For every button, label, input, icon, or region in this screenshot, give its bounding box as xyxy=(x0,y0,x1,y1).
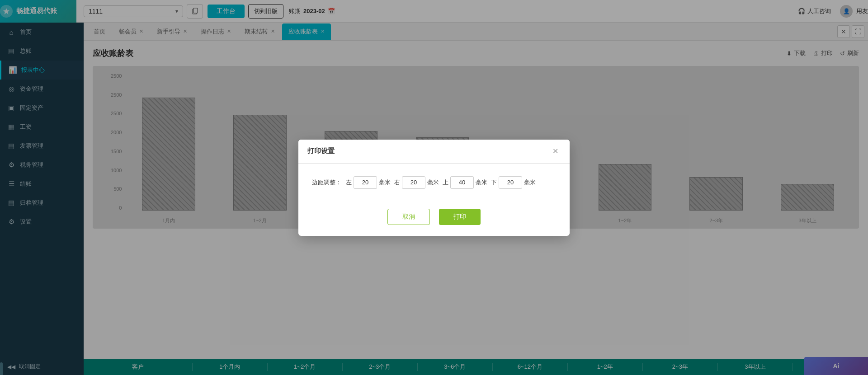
modal-header: 打印设置 ✕ xyxy=(298,140,570,164)
margin-bottom-item: 下 毫米 xyxy=(491,176,536,189)
margin-right-item: 右 毫米 xyxy=(394,176,439,189)
bottom-label: 下 xyxy=(491,178,497,187)
modal-body: 边距调整： 左 毫米 右 毫米 上 毫米 xyxy=(298,164,570,202)
margin-left-item: 左 毫米 xyxy=(346,176,391,189)
margin-group: 左 毫米 右 毫米 上 毫米 下 xyxy=(346,176,536,189)
modal-title: 打印设置 xyxy=(307,147,335,155)
right-unit: 毫米 xyxy=(427,178,439,187)
modal-footer: 取消 打印 xyxy=(298,202,570,236)
cancel-button[interactable]: 取消 xyxy=(387,209,430,225)
bottom-input[interactable] xyxy=(499,176,522,189)
margin-form-row: 边距调整： 左 毫米 右 毫米 上 毫米 xyxy=(312,176,556,189)
modal-close-button[interactable]: ✕ xyxy=(550,146,561,157)
margin-label: 边距调整： xyxy=(312,178,341,187)
top-label: 上 xyxy=(443,178,448,187)
left-label: 左 xyxy=(346,178,352,187)
modal-overlay: 打印设置 ✕ 边距调整： 左 毫米 右 毫米 xyxy=(0,0,868,375)
right-label: 右 xyxy=(394,178,400,187)
margin-top-item: 上 毫米 xyxy=(443,176,487,189)
right-input[interactable] xyxy=(402,176,425,189)
top-unit: 毫米 xyxy=(476,178,487,187)
left-input[interactable] xyxy=(354,176,377,189)
top-input[interactable] xyxy=(450,176,474,189)
modal-print-button[interactable]: 打印 xyxy=(439,209,481,225)
print-settings-modal: 打印设置 ✕ 边距调整： 左 毫米 右 毫米 xyxy=(298,140,570,236)
bottom-unit: 毫米 xyxy=(524,178,536,187)
left-unit: 毫米 xyxy=(379,178,391,187)
